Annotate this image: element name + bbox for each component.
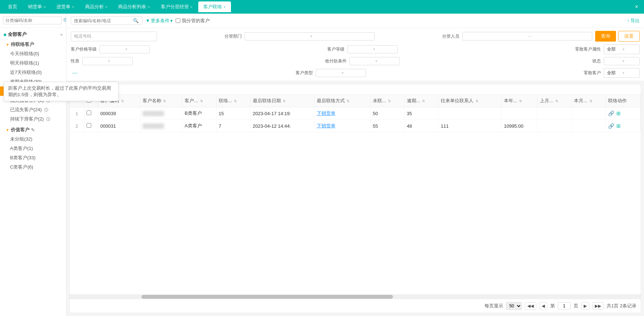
sort-icon: ⇅ bbox=[388, 99, 391, 103]
cell-last-contact-method[interactable]: 下销货单 bbox=[314, 107, 370, 120]
sidebar-search-icon[interactable]: 🔍 bbox=[63, 18, 66, 23]
sort-icon: ⇅ bbox=[121, 99, 124, 103]
sidebar-item-today[interactable]: 今天待联络(0) bbox=[0, 49, 66, 58]
phone-field[interactable]: 电话号码 bbox=[71, 32, 157, 41]
chevron-down-icon: ▾ bbox=[342, 71, 363, 75]
sort-icon: ⇅ bbox=[476, 99, 478, 103]
manager-select[interactable]: ··· bbox=[462, 32, 592, 41]
sidebar-search-input[interactable] bbox=[3, 16, 62, 24]
my-customers-checkbox[interactable]: 我分管的客户 bbox=[176, 18, 210, 24]
main-search-input[interactable] bbox=[74, 18, 131, 23]
settings-button[interactable]: 设置 bbox=[618, 31, 640, 42]
nav-tab-customer-tier[interactable]: 客户分层经营 × bbox=[156, 1, 198, 12]
col-this-month[interactable]: 本月... ⇅ bbox=[572, 95, 606, 107]
col-last-contact-method[interactable]: 最后联络方式 ⇅ bbox=[314, 95, 370, 107]
collapse-icon: » bbox=[60, 32, 62, 37]
col-overdue[interactable]: 逾期... ⇅ bbox=[404, 95, 439, 107]
row-checkbox[interactable] bbox=[87, 123, 91, 128]
nav-tab-home[interactable]: 首页 bbox=[3, 1, 22, 12]
export-button[interactable]: ↑ 导出 bbox=[627, 18, 640, 24]
close-all-button[interactable]: × bbox=[632, 4, 641, 10]
horizontal-scrollbar[interactable] bbox=[70, 294, 641, 299]
sidebar-item-declining[interactable]: 持续下滑客户(2) ⓘ bbox=[0, 114, 66, 124]
sidebar-body: ■ 全部客户 » ▼ 待联络客户 今天待联络(0) 明天待联络(1) 近7天待联… bbox=[0, 28, 66, 316]
link-icon[interactable]: 🔗 bbox=[608, 110, 614, 116]
table-scroll[interactable]: 客户编码 ⇅ 客户名称 ⇅ 客户... ⇅ bbox=[70, 95, 641, 294]
sort-icon: ⇅ bbox=[555, 99, 558, 103]
more-conditions-button[interactable]: ▼ 更多条件 ▾ bbox=[145, 18, 173, 24]
cell-last-contact-method[interactable]: 下销货单 bbox=[314, 120, 370, 132]
sidebar-item-class-b[interactable]: B类客户(33) bbox=[0, 153, 66, 162]
close-icon[interactable]: × bbox=[223, 5, 226, 9]
close-icon[interactable]: × bbox=[148, 5, 150, 9]
chevron-down-icon: ▾ bbox=[373, 47, 394, 52]
col-uncontacted[interactable]: 未联... ⇅ bbox=[370, 95, 404, 107]
nav-tab-product-analysis[interactable]: 商品分析 × bbox=[80, 1, 112, 12]
col-last-month[interactable]: 上月... ⇅ bbox=[538, 95, 572, 107]
sidebar-item-7days[interactable]: 近7天待联络(0) bbox=[0, 68, 66, 77]
col-customer-name[interactable]: 客户名称 ⇅ bbox=[140, 95, 182, 107]
col-unit-contact[interactable]: 往来单位联系人 ⇅ bbox=[439, 95, 502, 107]
customer-type-select[interactable]: ▾ bbox=[316, 69, 366, 77]
cell-checkbox[interactable] bbox=[84, 107, 98, 120]
search-icon[interactable]: 🔍 bbox=[133, 18, 139, 23]
cell-contact-num: 7 bbox=[216, 120, 250, 132]
col-this-year[interactable]: 本年... ⇅ bbox=[501, 95, 537, 107]
cell-checkbox[interactable] bbox=[84, 120, 98, 132]
sidebar-item-class-a[interactable]: A类客户(1) bbox=[0, 144, 66, 153]
last-page-button[interactable]: ▶▶ bbox=[592, 302, 604, 310]
grid-icon[interactable]: ⊞ bbox=[616, 123, 621, 129]
sidebar-group-pending[interactable]: ▼ 待联络客户 bbox=[0, 40, 66, 49]
close-icon[interactable]: × bbox=[190, 5, 193, 9]
col-customer-type[interactable]: 客户... ⇅ bbox=[182, 95, 217, 107]
sidebar-item-ungrouped[interactable]: 未分组(32) bbox=[0, 135, 66, 144]
page-size-select[interactable]: 50 bbox=[506, 302, 522, 310]
col-action: 联络动作 bbox=[606, 95, 640, 107]
cell-customer-name: ██████ bbox=[140, 120, 182, 132]
status-select[interactable]: ▾ bbox=[604, 57, 640, 65]
col-last-contact-date[interactable]: 最后联络日期 ⇅ bbox=[250, 95, 314, 107]
scrollbar-thumb[interactable] bbox=[142, 295, 393, 299]
payment-condition-select[interactable]: ▾ bbox=[349, 57, 400, 65]
close-icon[interactable]: × bbox=[43, 5, 46, 9]
page-input[interactable] bbox=[558, 302, 571, 310]
close-icon[interactable]: × bbox=[72, 5, 74, 9]
sidebar-all-customers[interactable]: ■ 全部客户 » bbox=[0, 29, 66, 40]
next-page-button[interactable]: ▶ bbox=[581, 302, 589, 310]
first-page-button[interactable]: ◀◀ bbox=[525, 302, 536, 310]
more-button[interactable]: ··· bbox=[72, 69, 78, 77]
sidebar-item-class-c[interactable]: C类客户(6) bbox=[0, 162, 66, 172]
nav-tab-sales[interactable]: 销货单 × bbox=[23, 1, 51, 12]
sidebar-item-tomorrow[interactable]: 明天待联络(1) bbox=[0, 58, 66, 68]
row-checkbox[interactable] bbox=[87, 110, 91, 115]
nav-tab-customer-contact[interactable]: 客户联络 × bbox=[198, 1, 231, 12]
department-select[interactable]: ▾ bbox=[245, 32, 375, 41]
nav-tab-product-list[interactable]: 商品分析列表 × bbox=[113, 1, 155, 12]
chevron-down-icon: ▾ bbox=[125, 47, 147, 52]
cell-customer-code: 000031 bbox=[98, 120, 140, 132]
sort-icon: ⇅ bbox=[283, 99, 286, 103]
prev-page-button[interactable]: ◀ bbox=[539, 302, 547, 310]
edit-icon[interactable]: ✎ bbox=[31, 127, 35, 133]
table-area: ⚙ 客户编码 ⇅ 客户名称 bbox=[69, 84, 641, 313]
table-row: 1 000039 ██████ B类客户 15 2023-04-17 14:19… bbox=[70, 107, 641, 120]
filter-row-1: 电话号码 分管部门 ▾ 分管人员 ··· 查询 设置 bbox=[71, 31, 640, 42]
nav-tab-purchase[interactable]: 进货单 × bbox=[51, 1, 79, 12]
my-customers-checkbox-input[interactable] bbox=[176, 18, 180, 23]
cell-last-month bbox=[538, 120, 572, 132]
chevron-down-icon: ▾ bbox=[622, 71, 636, 75]
price-level-select[interactable]: ▾ bbox=[99, 45, 150, 53]
close-icon[interactable]: × bbox=[105, 5, 107, 9]
sidebar-group-value[interactable]: ▼ 价值客户 ✎ bbox=[0, 125, 66, 135]
col-contact-num[interactable]: 联络... ⇅ bbox=[216, 95, 250, 107]
query-button[interactable]: 查询 bbox=[595, 31, 616, 42]
retail-customer-select[interactable]: 全部 ▾ bbox=[604, 68, 640, 78]
link-icon[interactable]: 🔗 bbox=[608, 123, 614, 129]
customer-level-select[interactable]: ▾ bbox=[347, 45, 398, 53]
cell-unit-contact: 111 bbox=[439, 120, 502, 132]
more-icon: ··· bbox=[528, 34, 589, 39]
retail-attr-select[interactable]: 全部 ▾ bbox=[604, 44, 640, 54]
grid-icon[interactable]: ⊞ bbox=[616, 110, 621, 116]
nature-select[interactable]: ▾ bbox=[82, 57, 133, 65]
sidebar-item-churned[interactable]: 已流失客户(24) ⓘ bbox=[0, 105, 66, 114]
